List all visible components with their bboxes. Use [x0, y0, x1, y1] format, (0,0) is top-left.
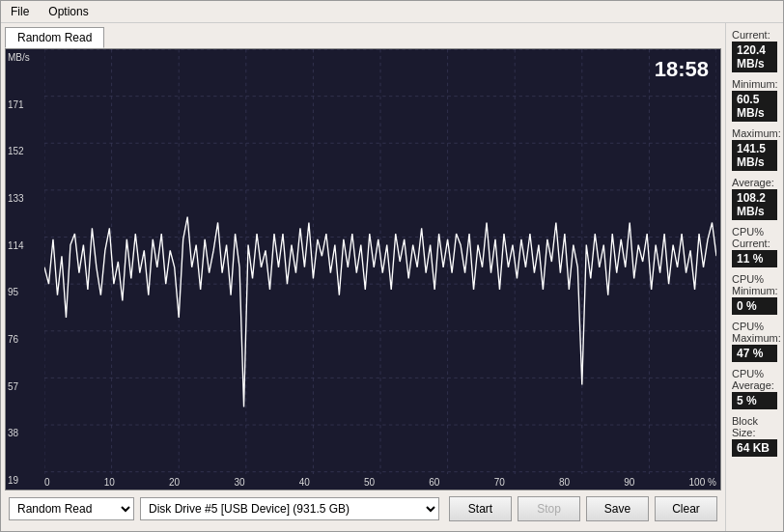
stat-cpu-maximum: CPU% Maximum: 47 %	[732, 321, 777, 362]
tab-random-read[interactable]: Random Read	[5, 27, 104, 48]
right-panel: Current: 120.4 MB/s Minimum: 60.5 MB/s M…	[725, 23, 783, 531]
current-value: 120.4 MB/s	[732, 42, 777, 72]
maximum-value: 141.5 MB/s	[732, 140, 777, 171]
y-label-76: 76	[8, 335, 30, 345]
cpu-maximum-label: CPU% Maximum:	[732, 321, 777, 344]
left-panel: Random Read MB/s 171 152 133 114 95 76 5…	[1, 23, 725, 531]
drive-select[interactable]: Disk Drive #5 [USB Device] (931.5 GB)	[140, 497, 439, 520]
menu-options[interactable]: Options	[42, 3, 94, 20]
x-label-100: 100 %	[689, 477, 716, 488]
stat-cpu-average: CPU% Average: 5 %	[732, 368, 777, 409]
x-axis: 0 10 20 30 40 50 60 70 80 90 100 %	[44, 477, 716, 488]
chart-area: MB/s 171 152 133 114 95 76 57 38 19 18:5…	[5, 48, 721, 490]
cpu-average-label: CPU% Average:	[732, 368, 777, 391]
tab-bar: Random Read	[5, 27, 721, 48]
y-axis: MB/s 171 152 133 114 95 76 57 38 19	[8, 49, 30, 490]
menubar: File Options	[1, 1, 783, 23]
y-top-label: MB/s	[8, 53, 30, 63]
y-label-95: 95	[8, 288, 30, 297]
x-label-90: 90	[624, 477, 634, 488]
x-label-80: 80	[559, 477, 570, 488]
y-label-171: 171	[8, 100, 30, 110]
x-label-40: 40	[299, 477, 310, 488]
stop-button[interactable]: Stop	[518, 496, 580, 521]
minimum-label: Minimum:	[732, 78, 777, 90]
cpu-maximum-value: 47 %	[732, 345, 777, 362]
cpu-average-value: 5 %	[732, 392, 777, 409]
stat-cpu-current: CPU% Current: 11 %	[732, 226, 777, 267]
main-content: Random Read MB/s 171 152 133 114 95 76 5…	[1, 23, 783, 531]
chart-svg	[44, 49, 716, 474]
stat-current: Current: 120.4 MB/s	[732, 29, 777, 72]
x-label-0: 0	[44, 477, 50, 488]
stat-average: Average: 108.2 MB/s	[732, 177, 777, 220]
average-value: 108.2 MB/s	[732, 189, 777, 220]
y-label-152: 152	[8, 147, 30, 156]
y-label-19: 19	[8, 476, 30, 486]
cpu-minimum-value: 0 %	[732, 297, 777, 315]
timestamp: 18:58	[655, 57, 709, 82]
block-size-label: Block Size:	[732, 415, 777, 438]
stat-cpu-minimum: CPU% Minimum: 0 %	[732, 273, 777, 315]
y-label-114: 114	[8, 241, 30, 251]
y-label-133: 133	[8, 194, 30, 204]
stat-minimum: Minimum: 60.5 MB/s	[732, 78, 777, 122]
x-label-10: 10	[104, 477, 115, 488]
stat-block-size: Block Size: 64 KB	[732, 415, 777, 457]
current-label: Current:	[732, 29, 777, 41]
x-label-50: 50	[364, 477, 375, 488]
average-label: Average:	[732, 177, 777, 188]
block-size-value: 64 KB	[732, 439, 777, 457]
test-select[interactable]: Random Read Sequential Read Random Write…	[9, 497, 134, 520]
save-button[interactable]: Save	[586, 496, 649, 521]
x-label-20: 20	[169, 477, 180, 488]
y-label-38: 38	[8, 429, 30, 438]
start-button[interactable]: Start	[449, 496, 512, 521]
stat-maximum: Maximum: 141.5 MB/s	[732, 127, 777, 171]
cpu-current-value: 11 %	[732, 250, 777, 267]
x-label-60: 60	[429, 477, 439, 488]
y-label-57: 57	[8, 382, 30, 392]
main-window: File Options Random Read MB/s 171 152 13…	[0, 0, 784, 532]
clear-button[interactable]: Clear	[655, 496, 717, 521]
cpu-minimum-label: CPU% Minimum:	[732, 273, 777, 296]
x-label-30: 30	[234, 477, 244, 488]
x-label-70: 70	[494, 477, 505, 488]
menu-file[interactable]: File	[5, 3, 35, 20]
controls-bar: Random Read Sequential Read Random Write…	[5, 490, 721, 527]
cpu-current-label: CPU% Current:	[732, 226, 777, 249]
maximum-label: Maximum:	[732, 127, 777, 139]
minimum-value: 60.5 MB/s	[732, 91, 777, 122]
